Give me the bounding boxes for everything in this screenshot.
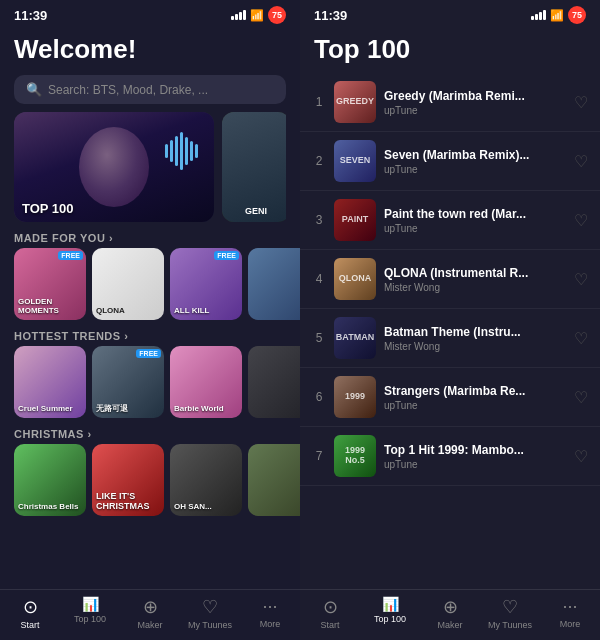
playlist-extra-xmas[interactable] <box>248 444 300 516</box>
nav-top100-left[interactable]: 📊 Top 100 <box>60 596 120 630</box>
track-rank-5: 5 <box>312 331 326 345</box>
playlist-like-its-christmas[interactable]: LIKE IT'S CHRISTMAS <box>92 444 164 516</box>
maker-icon-right: ⊕ <box>443 596 458 618</box>
heart-icon-6[interactable]: ♡ <box>574 388 588 407</box>
nav-start-left[interactable]: ⊙ Start <box>0 596 60 630</box>
hero-top100-label: TOP 100 <box>22 201 74 216</box>
search-bar[interactable]: 🔍 Search: BTS, Mood, Drake, ... <box>14 75 286 104</box>
start-icon-left: ⊙ <box>23 596 38 618</box>
track-title-6: Strangers (Marimba Re... <box>384 384 566 398</box>
hero-card-geni[interactable]: GENI <box>222 112 286 222</box>
track-item-2[interactable]: 2 SEVEN Seven (Marimba Remix)... upTune … <box>300 132 600 191</box>
nav-top100-label-right: Top 100 <box>374 614 406 624</box>
track-info-4: QLONA (Instrumental R... Mister Wong <box>384 266 566 293</box>
signal-icon <box>231 10 246 20</box>
playlist-label-like: LIKE IT'S CHRISTMAS <box>96 492 160 512</box>
free-badge-1: FREE <box>58 251 83 260</box>
track-list: 1 GREEDY Greedy (Marimba Remi... upTune … <box>300 73 600 589</box>
mytuunes-icon-right: ♡ <box>502 596 518 618</box>
maker-icon-left: ⊕ <box>143 596 158 618</box>
signal-icon-right <box>531 10 546 20</box>
track-rank-3: 3 <box>312 213 326 227</box>
bottom-nav-right: ⊙ Start 📊 Top 100 ⊕ Maker ♡ My Tuunes ··… <box>300 589 600 640</box>
battery-badge-right: 75 <box>568 6 586 24</box>
sound-wave-icon <box>165 132 198 170</box>
track-info-2: Seven (Marimba Remix)... upTune <box>384 148 566 175</box>
track-thumb-3: PAINT <box>334 199 376 241</box>
playlist-qlona[interactable]: QLONA <box>92 248 164 320</box>
section-made-for-you[interactable]: MADE FOR YOU › <box>0 228 300 248</box>
thumb-text-6: 1999 <box>334 376 376 418</box>
time-right: 11:39 <box>314 8 347 23</box>
status-bar-right: 11:39 📶 75 <box>300 0 600 28</box>
playlist-extra1[interactable] <box>248 248 300 320</box>
nav-maker-left[interactable]: ⊕ Maker <box>120 596 180 630</box>
heart-icon-2[interactable]: ♡ <box>574 152 588 171</box>
heart-icon-7[interactable]: ♡ <box>574 447 588 466</box>
track-item-3[interactable]: 3 PAINT Paint the town red (Mar... upTun… <box>300 191 600 250</box>
nav-start-right[interactable]: ⊙ Start <box>300 596 360 630</box>
playlist-label-bells: Christmas Bells <box>18 503 82 512</box>
nav-more-left[interactable]: ··· More <box>240 596 300 630</box>
track-thumb-4: QLONA <box>334 258 376 300</box>
playlist-cruel-summer[interactable]: Cruel Summer <box>14 346 86 418</box>
track-item-1[interactable]: 1 GREEDY Greedy (Marimba Remi... upTune … <box>300 73 600 132</box>
nav-mytuunes-right[interactable]: ♡ My Tuunes <box>480 596 540 630</box>
nav-top100-label-left: Top 100 <box>74 614 106 624</box>
playlist-label-2: QLONA <box>96 307 160 316</box>
start-icon-right: ⊙ <box>323 596 338 618</box>
heart-icon-3[interactable]: ♡ <box>574 211 588 230</box>
track-artist-4: Mister Wong <box>384 282 566 293</box>
track-artist-5: Mister Wong <box>384 341 566 352</box>
track-item-6[interactable]: 6 1999 Strangers (Marimba Re... upTune ♡ <box>300 368 600 427</box>
mytuunes-icon-left: ♡ <box>202 596 218 618</box>
time-left: 11:39 <box>14 8 47 23</box>
track-artist-1: upTune <box>384 105 566 116</box>
search-placeholder-text: Search: BTS, Mood, Drake, ... <box>48 83 208 97</box>
section-christmas[interactable]: CHRISTMAS › <box>0 424 300 444</box>
track-title-3: Paint the town red (Mar... <box>384 207 566 221</box>
playlist-christmas-bells[interactable]: Christmas Bells <box>14 444 86 516</box>
heart-icon-5[interactable]: ♡ <box>574 329 588 348</box>
status-icons-left: 📶 75 <box>231 6 286 24</box>
nav-more-right[interactable]: ··· More <box>540 596 600 630</box>
track-thumb-2: SEVEN <box>334 140 376 182</box>
nav-maker-label-left: Maker <box>137 620 162 630</box>
nav-mytuunes-left[interactable]: ♡ My Tuunes <box>180 596 240 630</box>
track-artist-7: upTune <box>384 459 566 470</box>
playlist-barbie-world[interactable]: Barbie World <box>170 346 242 418</box>
more-icon-left: ··· <box>262 596 277 617</box>
track-item-7[interactable]: 7 1999 No.5 Top 1 Hit 1999: Mambo... upT… <box>300 427 600 486</box>
nav-top100-right[interactable]: 📊 Top 100 <box>360 596 420 630</box>
heart-icon-4[interactable]: ♡ <box>574 270 588 289</box>
playlist-ohsan[interactable]: OH SAN... <box>170 444 242 516</box>
track-rank-1: 1 <box>312 95 326 109</box>
playlist-wuluketui[interactable]: FREE 无路可退 <box>92 346 164 418</box>
track-title-4: QLONA (Instrumental R... <box>384 266 566 280</box>
thumb-text-1: GREEDY <box>334 81 376 123</box>
track-info-5: Batman Theme (Instru... Mister Wong <box>384 325 566 352</box>
nav-mytuunes-label-left: My Tuunes <box>188 620 232 630</box>
playlist-golden-moments[interactable]: FREE GOLDEN MOMENTS <box>14 248 86 320</box>
left-panel: 11:39 📶 75 Welcome! 🔍 Search: BTS, Mood,… <box>0 0 300 640</box>
nav-mytuunes-label-right: My Tuunes <box>488 620 532 630</box>
track-item-5[interactable]: 5 BATMAN Batman Theme (Instru... Mister … <box>300 309 600 368</box>
playlist-label-barbie: Barbie World <box>174 405 238 414</box>
wifi-icon-right: 📶 <box>550 9 564 22</box>
track-title-1: Greedy (Marimba Remi... <box>384 89 566 103</box>
nav-maker-right[interactable]: ⊕ Maker <box>420 596 480 630</box>
playlist-all-kill[interactable]: FREE ALL KILL <box>170 248 242 320</box>
playlist-label-ohsan: OH SAN... <box>174 503 238 512</box>
heart-icon-1[interactable]: ♡ <box>574 93 588 112</box>
geni-label: GENI <box>226 206 286 216</box>
track-item-4[interactable]: 4 QLONA QLONA (Instrumental R... Mister … <box>300 250 600 309</box>
track-thumb-6: 1999 <box>334 376 376 418</box>
thumb-text-4: QLONA <box>334 258 376 300</box>
wifi-icon: 📶 <box>250 9 264 22</box>
playlist-extra-trends[interactable] <box>248 346 300 418</box>
section-hottest-trends[interactable]: HOTTEST TRENDS › <box>0 326 300 346</box>
thumb-text-2: SEVEN <box>334 140 376 182</box>
hero-card-top100[interactable]: TOP 100 <box>14 112 214 222</box>
thumb-text-3: PAINT <box>334 199 376 241</box>
track-title-5: Batman Theme (Instru... <box>384 325 566 339</box>
